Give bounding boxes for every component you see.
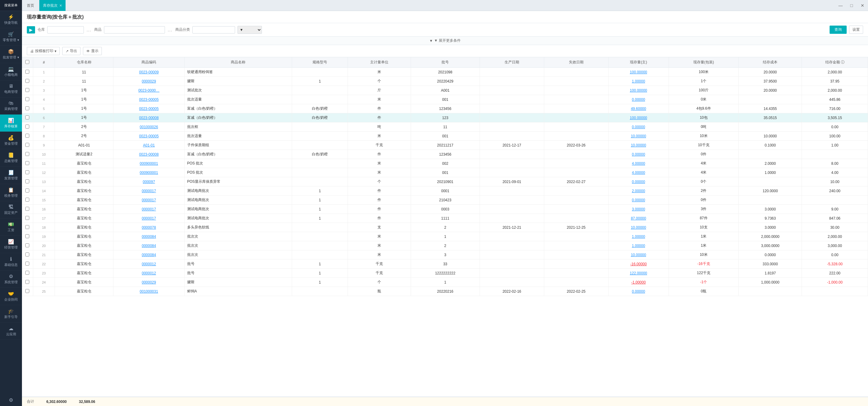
row-code[interactable]: 0000012 <box>114 260 185 269</box>
sidebar-item-retail[interactable]: 🛒 零售管理 ▾ <box>0 28 22 46</box>
row-code[interactable]: 0023-00009 <box>114 68 185 77</box>
search-button[interactable]: 查询 <box>830 26 847 34</box>
row-checkbox[interactable] <box>22 177 33 187</box>
row-qty-main[interactable]: 0.00000 <box>608 95 669 104</box>
sidebar-item-cloud[interactable]: ☁ 云应用 <box>0 323 22 340</box>
row-code[interactable]: 0000084 <box>114 250 185 260</box>
row-code[interactable]: 0000012 <box>114 269 185 278</box>
minimize-btn[interactable]: — <box>835 0 846 11</box>
row-code[interactable]: 0000029 <box>114 77 185 86</box>
row-checkbox[interactable] <box>22 104 33 113</box>
row-code[interactable]: 000900001 <box>114 159 185 168</box>
row-code[interactable]: 0000017 <box>114 196 185 205</box>
sidebar-item-collab[interactable]: 🤝 企业协同 <box>0 288 22 305</box>
goods-input[interactable] <box>104 26 165 34</box>
row-qty-main[interactable]: -16.00000 <box>608 260 669 269</box>
row-code[interactable]: 0000017 <box>114 187 185 196</box>
row-checkbox[interactable] <box>22 214 33 223</box>
row-code[interactable]: 0000017 <box>114 214 185 223</box>
row-code[interactable]: 000097 <box>114 177 185 187</box>
row-checkbox[interactable] <box>22 187 33 196</box>
filter-expand-arrow[interactable]: ▶ <box>27 26 35 34</box>
sidebar-item-wholesale[interactable]: 📦 批发管理 ▾ <box>0 46 22 63</box>
row-qty-main[interactable]: 10.00000 <box>608 223 669 232</box>
close-btn[interactable]: ✕ <box>857 0 868 11</box>
row-code[interactable]: 0000084 <box>114 241 185 250</box>
row-checkbox[interactable] <box>22 150 33 159</box>
row-checkbox[interactable] <box>22 232 33 241</box>
warehouse-input[interactable] <box>47 26 84 34</box>
sidebar-item-general[interactable]: 📒 总账管理 <box>0 149 22 167</box>
row-qty-main[interactable]: 0.00000 <box>608 123 669 132</box>
maximize-btn[interactable]: □ <box>846 0 857 11</box>
row-checkbox[interactable] <box>22 269 33 278</box>
print-button[interactable]: 🖨 按模板打印 ▾ <box>27 47 60 55</box>
sidebar-item-quick-nav[interactable]: ⚡ 快捷导航 <box>0 11 22 28</box>
settings-button[interactable]: 设置 <box>849 26 863 34</box>
row-qty-main[interactable]: 0.00000 <box>608 287 669 296</box>
row-code[interactable]: 0023-0000… <box>114 86 185 95</box>
row-qty-main[interactable]: 122.00000 <box>608 269 669 278</box>
row-qty-main[interactable]: 49.60000 <box>608 104 669 113</box>
row-qty-main[interactable]: 0.00000 <box>608 196 669 205</box>
sidebar-item-fixed-assets[interactable]: 🏗 固定资产 <box>0 201 22 218</box>
row-checkbox[interactable] <box>22 159 33 168</box>
row-code[interactable]: 0000029 <box>114 278 185 287</box>
row-checkbox[interactable] <box>22 77 33 86</box>
row-qty-main[interactable]: 0.00000 <box>608 150 669 159</box>
export-button[interactable]: ↗ 导出 <box>62 47 81 55</box>
row-checkbox[interactable] <box>22 287 33 296</box>
row-checkbox[interactable] <box>22 168 33 177</box>
sidebar-search[interactable]: 搜索菜单 <box>0 0 22 11</box>
row-code[interactable]: 000900001 <box>114 168 185 177</box>
row-code[interactable]: 0023-00005 <box>114 132 185 141</box>
row-code[interactable]: 001000026 <box>114 123 185 132</box>
row-checkbox[interactable] <box>22 241 33 250</box>
row-code[interactable]: 0000084 <box>114 232 185 241</box>
row-qty-main[interactable]: 100.00000 <box>608 113 669 123</box>
sidebar-item-ops[interactable]: 📈 经营管理 <box>0 236 22 253</box>
row-qty-main[interactable]: 1.00000 <box>608 77 669 86</box>
sidebar-item-inventory[interactable]: 📊 库存核算 <box>0 114 22 132</box>
row-qty-main[interactable]: 100.00000 <box>608 86 669 95</box>
sidebar-item-mini-ecom[interactable]: 💻 小额电商 <box>0 63 22 80</box>
row-checkbox[interactable] <box>22 132 33 141</box>
sidebar-settings-btn[interactable]: ⚙ <box>0 394 22 406</box>
row-qty-main[interactable]: 1.00000 <box>608 241 669 250</box>
row-checkbox[interactable] <box>22 223 33 232</box>
row-code[interactable]: 0023-00005 <box>114 104 185 113</box>
row-checkbox[interactable] <box>22 113 33 123</box>
sidebar-item-assets[interactable]: 💰 资金管理 <box>0 132 22 149</box>
category-select[interactable]: ▼ <box>238 26 262 34</box>
row-code[interactable]: 001000031 <box>114 287 185 296</box>
row-checkbox[interactable] <box>22 196 33 205</box>
sidebar-item-newbie[interactable]: 🎓 新手引导 <box>0 305 22 323</box>
row-qty-main[interactable]: 10.00000 <box>608 250 669 260</box>
row-qty-main[interactable]: 3.00000 <box>608 205 669 214</box>
col-checkbox[interactable] <box>22 57 33 68</box>
row-qty-main[interactable]: 4.00000 <box>608 168 669 177</box>
tab-inventory-batch[interactable]: 库存批次 × <box>39 0 66 11</box>
row-code[interactable]: A01-01 <box>114 141 185 150</box>
row-qty-main[interactable]: 87.00000 <box>608 214 669 223</box>
show-button[interactable]: 👁 显示 <box>83 47 102 55</box>
row-code[interactable]: 0000017 <box>114 205 185 214</box>
sidebar-item-system[interactable]: ⚙ 系统管理 <box>0 270 22 288</box>
row-qty-main[interactable]: -1.00000 <box>608 278 669 287</box>
row-checkbox[interactable] <box>22 260 33 269</box>
row-checkbox[interactable] <box>22 86 33 95</box>
row-qty-main[interactable]: 0.00000 <box>608 177 669 187</box>
category-input[interactable] <box>192 26 235 34</box>
sidebar-item-purchase[interactable]: 🛍 采购管理 <box>0 98 22 114</box>
row-code[interactable]: 0023-00008 <box>114 150 185 159</box>
row-qty-main[interactable]: 4.00000 <box>608 159 669 168</box>
tab-home[interactable]: 首页 <box>22 0 39 11</box>
row-qty-main[interactable]: 100.00000 <box>608 68 669 77</box>
table-wrapper[interactable]: # 仓库名称 商品编码 商品名称 规格型号 主计量单位 批号 生产日期 失效日期… <box>22 57 868 397</box>
row-qty-main[interactable]: 10.00000 <box>608 141 669 150</box>
row-checkbox[interactable] <box>22 95 33 104</box>
select-all-checkbox[interactable] <box>25 60 29 64</box>
row-code[interactable]: 0023-00005 <box>114 95 185 104</box>
row-checkbox[interactable] <box>22 141 33 150</box>
row-code[interactable]: 0000078 <box>114 223 185 232</box>
